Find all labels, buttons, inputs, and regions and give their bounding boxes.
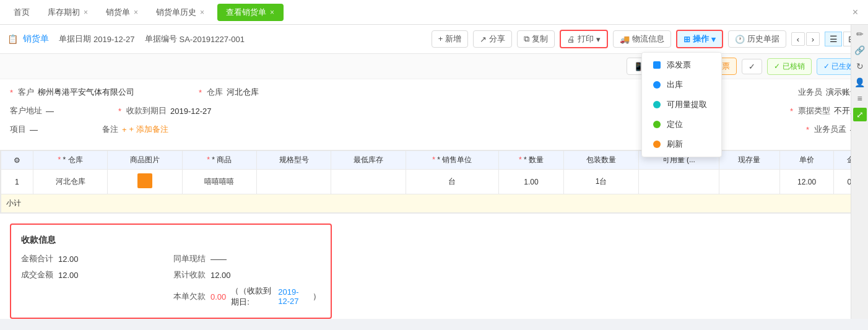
due-note-close: ） xyxy=(313,291,321,302)
customer-label: 客户 xyxy=(18,87,34,98)
document-title: 📋 销货单 xyxy=(7,33,49,45)
row-min-stock xyxy=(331,170,406,194)
refresh-icon xyxy=(652,139,662,149)
payment-transaction: 成交金额 12.00 xyxy=(21,269,168,280)
history-button[interactable]: 🕐 历史单据 xyxy=(728,30,786,48)
due-date-required: * xyxy=(118,106,121,116)
product-thumbnail xyxy=(137,173,152,188)
prev-arrow[interactable]: ‹ xyxy=(791,32,805,46)
add-note-button[interactable]: + + 添加备注 xyxy=(122,124,168,135)
due-note-label: （收款到期日: xyxy=(231,286,271,306)
current-owed-value: 0.00 xyxy=(210,292,226,302)
close-all-tabs[interactable]: × xyxy=(848,7,863,18)
tab-inventory-init[interactable]: 库存期初 × xyxy=(39,0,97,25)
col-unit-price: 单价 xyxy=(780,151,834,170)
tab-close-sales[interactable]: × xyxy=(134,8,138,17)
data-table: ⚙ * * 仓库 商品图片 * * 商品 规格型号 最低库存 * * 销售单位 … xyxy=(1,150,867,213)
tab-close-view[interactable]: × xyxy=(270,8,274,17)
col-spec: 规格型号 xyxy=(256,151,331,170)
add-invoice-icon xyxy=(652,60,662,70)
dropdown-refresh[interactable]: 刷新 xyxy=(642,134,721,154)
current-owed-label: 本单欠款 xyxy=(173,291,206,302)
next-arrow[interactable]: › xyxy=(806,32,820,46)
col-product: * * 商品 xyxy=(182,151,256,170)
side-refresh-icon[interactable]: ↻ xyxy=(853,59,867,73)
ticket-type-field: * 票据类型 不开票 xyxy=(790,105,858,116)
tab-sales-order[interactable]: 销货单 × xyxy=(97,0,147,25)
data-table-wrapper: ⚙ * * 仓库 商品图片 * * 商品 规格型号 最低库存 * * 销售单位 … xyxy=(0,150,868,214)
row-product-img xyxy=(108,170,182,194)
toolbar-left: 📋 销货单 单据日期 2019-12-27 单据编号 SA-20191227-0… xyxy=(7,33,245,45)
doc-icon: 📋 xyxy=(7,34,18,44)
col-settings[interactable]: ⚙ xyxy=(1,151,33,170)
tab-close-history[interactable]: × xyxy=(200,8,204,17)
due-date-field: * 收款到期日 2019-12-27 xyxy=(118,105,212,116)
row-warehouse: 河北仓库 xyxy=(33,170,107,194)
locate-icon xyxy=(652,119,662,129)
tab-sales-history[interactable]: 销货单历史 × xyxy=(147,0,214,25)
cumulative-label: 累计收款 xyxy=(173,269,206,280)
payment-same-order: 同单现结 —— xyxy=(173,253,321,264)
cumulative-value: 12.00 xyxy=(210,271,231,280)
address-label: 客户地址 xyxy=(10,105,42,116)
payment-title: 收款信息 xyxy=(21,235,321,246)
payment-grid: 金额合计 12.00 同单现结 —— 成交金额 12.00 累计收款 12.00… xyxy=(21,253,321,308)
add-button[interactable]: + 新增 xyxy=(432,30,468,48)
share-button[interactable]: ↗ 分享 xyxy=(473,30,512,48)
nav-arrows: ‹ › xyxy=(791,32,820,46)
warehouse-field: * 仓库 河北仓库 xyxy=(199,87,259,98)
dropdown-available-extract[interactable]: 可用量提取 xyxy=(642,95,721,115)
payment-cumulative: 累计收款 12.00 xyxy=(173,269,321,280)
payment-current-owed: 本单欠款 0.00 （（收款到期日: 2019-12-27 ） xyxy=(173,285,321,308)
employee-label: 业务员 xyxy=(798,87,822,98)
row-quantity: 1.00 xyxy=(498,170,564,194)
due-date-label: 收款到期日 xyxy=(126,105,167,116)
share-icon: ↗ xyxy=(480,35,487,44)
settings-icon: ⚙ xyxy=(14,156,20,165)
dropdown-locate[interactable]: 定位 xyxy=(642,115,721,134)
col-stock: 现存量 xyxy=(719,151,779,170)
salesperson-required: * xyxy=(806,125,809,134)
tab-home[interactable]: 首页 xyxy=(5,0,39,25)
list-view-btn[interactable]: ☰ xyxy=(825,32,842,46)
operations-highlight-box: ⊞ 操作 ▾ 添发票 出库 可用量提取 xyxy=(676,30,723,48)
row-package-qty: 1台 xyxy=(564,170,638,194)
dropdown-add-invoice[interactable]: 添发票 xyxy=(642,55,721,75)
same-order-label: 同单现结 xyxy=(173,253,206,264)
tab-view-sales[interactable]: 查看销货单 × xyxy=(217,4,284,21)
operations-icon: ⊞ xyxy=(684,35,690,44)
side-expand-icon[interactable]: ⤢ xyxy=(853,108,867,121)
col-product-img: 商品图片 xyxy=(108,151,182,170)
copy-button[interactable]: ⧉ 复制 xyxy=(517,30,555,48)
print-highlight-box: 🖨 打印 ▾ xyxy=(560,30,608,48)
truck-icon: 🚚 xyxy=(620,35,630,44)
row-unit-price: 12.00 xyxy=(780,170,834,194)
side-link-icon[interactable]: 🔗 xyxy=(853,43,867,57)
confirm-button[interactable]: ✓ xyxy=(742,59,762,74)
address-value: — xyxy=(46,106,54,116)
toolbar: 📋 销货单 单据日期 2019-12-27 单据编号 SA-20191227-0… xyxy=(0,25,868,54)
print-button[interactable]: 🖨 打印 ▾ xyxy=(561,31,607,47)
side-user-icon[interactable]: 👤 xyxy=(853,76,867,89)
side-list-icon[interactable]: ≡ xyxy=(853,92,867,105)
note-label: 备注 xyxy=(102,124,118,135)
doc-number-label: 单据编号 xyxy=(145,33,177,45)
row-spec xyxy=(256,170,331,194)
tab-close-inventory[interactable]: × xyxy=(84,8,88,17)
customer-field: * 客户 柳州粤港平安气体有限公司 xyxy=(10,87,134,98)
dropdown-outbound[interactable]: 出库 xyxy=(642,75,721,95)
form-row-2: 客户地址 — * 收款到期日 2019-12-27 * 票据类型 不开票 xyxy=(10,105,858,116)
toolbar-right: + 新增 ↗ 分享 ⧉ 复制 🖨 打印 ▾ 🚚 物流信息 xyxy=(432,30,861,48)
operations-button[interactable]: ⊞ 操作 ▾ xyxy=(677,31,722,47)
payment-section: 收款信息 金额合计 12.00 同单现结 —— 成交金额 12.00 累计收款 … xyxy=(10,224,332,319)
side-edit-icon[interactable]: ✏ xyxy=(853,27,867,41)
confirmed-status-btn[interactable]: ✓ 已核销 xyxy=(767,58,811,75)
project-label: 项目 xyxy=(10,124,26,135)
address-field: 客户地址 — xyxy=(10,105,54,116)
col-unit: * * 销售单位 xyxy=(406,151,498,170)
warehouse-value: 河北仓库 xyxy=(227,87,259,98)
row-stock xyxy=(719,170,779,194)
logistics-button[interactable]: 🚚 物流信息 xyxy=(613,30,671,48)
note-field: 备注 + + 添加备注 xyxy=(102,124,168,135)
document-meta: 单据日期 2019-12-27 单据编号 SA-20191227-001 xyxy=(59,33,245,45)
